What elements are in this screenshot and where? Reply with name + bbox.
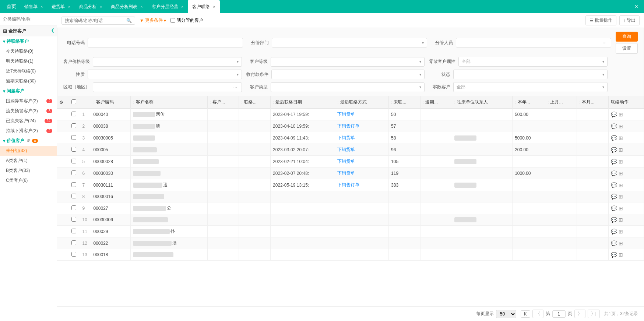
cell-checkbox[interactable] xyxy=(69,226,80,237)
cell-checkbox[interactable] xyxy=(69,237,80,249)
cell-checkbox[interactable] xyxy=(69,109,80,120)
col-settings[interactable]: ⚙ xyxy=(57,96,69,109)
last-way-link[interactable]: 下销货单 xyxy=(337,170,355,176)
chat-icon[interactable]: 💬 xyxy=(611,170,617,176)
sidebar-item-churned[interactable]: 已流失客户(24) 24 xyxy=(0,116,57,126)
row-checkbox[interactable] xyxy=(71,217,76,222)
cell-checkbox[interactable] xyxy=(69,214,80,226)
nav-tab-analysis-list[interactable]: 商品分析列表 × xyxy=(106,0,147,13)
row-checkbox[interactable] xyxy=(71,252,76,257)
close-purchase-tab[interactable]: × xyxy=(68,0,70,13)
customer-level-select[interactable]: ▾ xyxy=(271,57,425,67)
last-page-btn[interactable]: 〉| xyxy=(588,310,600,318)
row-checkbox[interactable] xyxy=(71,159,76,163)
cell-checkbox[interactable] xyxy=(69,167,80,179)
row-checkbox[interactable] xyxy=(71,112,76,116)
last-way-link[interactable]: 下销售订单 xyxy=(337,123,359,128)
attr-select[interactable]: 全部 ▾ xyxy=(458,57,608,67)
search-input[interactable] xyxy=(65,18,125,23)
sidebar-item-a-class[interactable]: A类客户(1) xyxy=(0,156,57,166)
query-btn[interactable]: 查询 xyxy=(616,32,638,42)
grid-action-icon[interactable]: ⊞ xyxy=(619,217,623,223)
chat-icon[interactable]: 💬 xyxy=(611,123,617,129)
region-ellipsis[interactable]: ··· xyxy=(232,85,239,90)
cell-checkbox[interactable] xyxy=(69,191,80,202)
nav-tab-customer-segment[interactable]: 客户分层经营 × xyxy=(147,0,188,13)
export-btn[interactable]: ↑ 导出 xyxy=(619,15,640,25)
prev-page-btn[interactable]: 〈 xyxy=(532,310,543,318)
page-input[interactable] xyxy=(552,310,566,318)
row-checkbox[interactable] xyxy=(71,194,76,198)
grid-action-icon[interactable]: ⊞ xyxy=(619,205,623,211)
close-analysis-tab[interactable]: × xyxy=(100,0,102,13)
search-btn[interactable]: 🔍 xyxy=(126,18,132,23)
grid-action-icon[interactable]: ⊞ xyxy=(619,170,623,176)
cell-checkbox[interactable] xyxy=(69,144,80,156)
reset-btn[interactable]: 设置 xyxy=(616,43,638,54)
cell-checkbox[interactable] xyxy=(69,249,80,261)
last-way-link[interactable]: 下销售订单 xyxy=(337,182,359,187)
status-select[interactable]: ▾ xyxy=(453,70,608,79)
section-pending-contact[interactable]: ▾ 待联络客户 xyxy=(0,36,57,46)
chat-icon[interactable]: 💬 xyxy=(611,112,617,117)
grid-action-icon[interactable]: ⊞ xyxy=(619,252,623,258)
cell-checkbox[interactable] xyxy=(69,179,80,191)
settings-icon[interactable]: ⚙ xyxy=(59,100,63,105)
section-problem[interactable]: ▾ 问题客户 xyxy=(0,86,57,96)
chat-icon[interactable]: 💬 xyxy=(611,240,617,246)
dept-select[interactable]: ▾ xyxy=(272,38,427,47)
sidebar-item-churn-warn[interactable]: 流失预警客户(3) 3 xyxy=(0,106,57,116)
cell-checkbox[interactable] xyxy=(69,156,80,167)
cell-checkbox[interactable] xyxy=(69,120,80,132)
chat-icon[interactable]: 💬 xyxy=(611,159,617,165)
first-page-btn[interactable]: K xyxy=(521,310,530,318)
last-way-link[interactable]: 下销货单 xyxy=(337,147,355,152)
sidebar-search-input[interactable] xyxy=(3,17,57,22)
grid-action-icon[interactable]: ⊞ xyxy=(619,147,623,153)
sidebar-item-overdue[interactable]: 逾期未联络(30) xyxy=(0,76,57,86)
sidebar-item-declining[interactable]: 持续下滑客户(2) 2 xyxy=(0,126,57,136)
my-customers-checkbox[interactable]: 我分管的客户 xyxy=(170,17,203,24)
sidebar-collapse-icon[interactable]: 《 xyxy=(49,28,54,34)
per-page-select[interactable]: 50 100 200 xyxy=(496,310,516,318)
phone-input[interactable] xyxy=(88,38,243,47)
grid-action-icon[interactable]: ⊞ xyxy=(619,182,623,188)
cell-checkbox[interactable] xyxy=(69,202,80,214)
grid-action-icon[interactable]: ⊞ xyxy=(619,112,623,117)
all-customers-header[interactable]: ⊞ 全部客户 《 xyxy=(0,25,57,36)
chat-icon[interactable]: 💬 xyxy=(611,229,617,234)
row-checkbox[interactable] xyxy=(71,170,76,175)
region-select[interactable]: ··· xyxy=(93,82,242,92)
grid-action-icon[interactable]: ⊞ xyxy=(619,194,623,200)
sidebar-item-hoard[interactable]: 囤购异常客户(2) 2 xyxy=(0,96,57,106)
row-checkbox[interactable] xyxy=(71,135,76,140)
sidebar-item-b-class[interactable]: B类客户(33) xyxy=(0,166,57,176)
row-checkbox[interactable] xyxy=(71,182,76,187)
nav-tab-analysis[interactable]: 商品分析 × xyxy=(75,0,106,13)
batch-op-btn[interactable]: ☰ 批量操作 xyxy=(585,15,616,25)
grid-action-icon[interactable]: ⊞ xyxy=(619,123,623,129)
chat-icon[interactable]: 💬 xyxy=(611,147,617,153)
cust-type-select[interactable]: ▾ xyxy=(271,82,425,92)
grid-action-icon[interactable]: ⊞ xyxy=(619,240,623,246)
refresh-icon[interactable]: ↺ xyxy=(27,138,30,143)
more-conditions-btn[interactable]: ▼ 更多条件 ▾ xyxy=(140,17,166,24)
close-contact-tab[interactable]: × xyxy=(213,0,215,13)
close-sales-tab[interactable]: × xyxy=(41,0,43,13)
last-way-link[interactable]: 下销货单 xyxy=(337,159,355,164)
row-checkbox[interactable] xyxy=(71,240,76,245)
col-checkbox[interactable] xyxy=(69,96,80,109)
nav-tab-customer-contact[interactable]: 客户联络 × xyxy=(188,0,219,13)
grid-action-icon[interactable]: ⊞ xyxy=(619,135,623,141)
chat-icon[interactable]: 💬 xyxy=(611,182,617,188)
chat-icon[interactable]: 💬 xyxy=(611,194,617,200)
phone-field[interactable] xyxy=(91,40,240,45)
sidebar-item-ungroup[interactable]: 未分组(32) xyxy=(0,146,57,156)
cell-checkbox[interactable] xyxy=(69,132,80,144)
row-checkbox[interactable] xyxy=(71,229,76,233)
chat-icon[interactable]: 💬 xyxy=(611,205,617,211)
select-all-checkbox[interactable] xyxy=(71,99,76,104)
nature-select[interactable]: ▾ xyxy=(88,70,242,79)
sidebar-item-c-class[interactable]: C类客户(6) xyxy=(0,176,57,186)
scattered-select[interactable]: 全部 ▾ xyxy=(453,82,608,92)
